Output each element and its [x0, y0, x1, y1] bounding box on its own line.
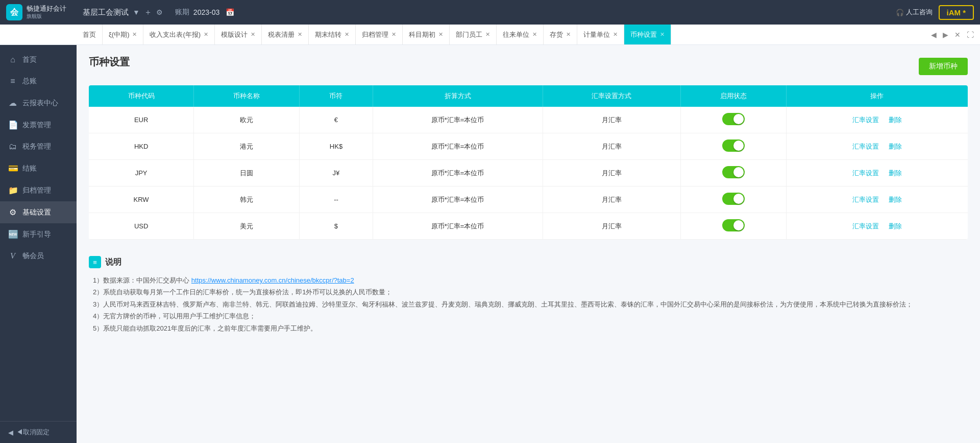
delete-link[interactable]: 删除: [889, 169, 902, 177]
cell-rate-type: 月汇率: [543, 160, 680, 186]
tab-prev-icon[interactable]: ◀: [929, 29, 939, 41]
guide-icon: 🆕: [8, 229, 17, 239]
cell-code: KRW: [89, 186, 194, 213]
tab-subject-close[interactable]: ✕: [438, 31, 443, 38]
cell-status[interactable]: [680, 133, 786, 160]
tab-subject[interactable]: 科目期初 ✕: [403, 25, 450, 45]
tab-annual[interactable]: 收入支出表(年报) ✕: [143, 25, 215, 45]
notes-icon: ≡: [89, 256, 101, 268]
tab-annual-label: 收入支出表(年报): [150, 30, 201, 39]
top-header: 会 畅捷通好会计 旗舰版 基层工会测试 ▼ ＋ ⚙ 账期 2023-03 📅 🎧…: [0, 0, 980, 25]
sidebar-item-ledger[interactable]: ≡ 总账: [0, 71, 77, 92]
cell-name: 韩元: [194, 186, 300, 213]
tab-archive[interactable]: 归档管理 ✕: [356, 25, 403, 45]
toggle-switch[interactable]: [722, 219, 745, 231]
cell-status[interactable]: [680, 186, 786, 213]
delete-link[interactable]: 删除: [889, 143, 902, 150]
sidebar-item-invoice[interactable]: 📄 发票管理: [0, 114, 77, 136]
toggle-switch[interactable]: [722, 193, 745, 205]
sidebar-item-member[interactable]: V 畅会员: [0, 245, 77, 267]
tab-home[interactable]: 首页: [77, 25, 103, 45]
tab-period-end[interactable]: 期末结转 ✕: [309, 25, 356, 45]
table-row: KRW 韩元 -- 原币*汇率=本位币 月汇率 汇率设置 删除: [89, 186, 968, 213]
table-row: USD 美元 $ 原币*汇率=本位币 月汇率 汇率设置 删除: [89, 213, 968, 240]
tab-dept[interactable]: 部门员工 ✕: [450, 25, 497, 45]
company-dropdown-icon[interactable]: ▼: [133, 8, 140, 16]
tab-mid[interactable]: ξ(中期) ✕: [103, 25, 143, 45]
delete-link[interactable]: 删除: [889, 116, 902, 124]
cell-name: 欧元: [194, 107, 300, 133]
cell-action: 汇率设置 删除: [786, 133, 968, 160]
toggle-switch[interactable]: [722, 166, 745, 178]
tab-dept-close[interactable]: ✕: [485, 31, 490, 38]
tab-nav-buttons: ◀ ▶ ✕ ⛶: [929, 29, 980, 41]
rate-settings-link[interactable]: 汇率设置: [852, 222, 879, 230]
tab-currency[interactable]: 币种设置 ✕: [624, 25, 671, 45]
cell-method: 原币*汇率=本位币: [373, 213, 543, 240]
cell-code: HKD: [89, 133, 194, 160]
table-row: HKD 港元 HK$ 原币*汇率=本位币 月汇率 汇率设置 删除: [89, 133, 968, 160]
tab-contact-close[interactable]: ✕: [532, 31, 537, 38]
tab-close-all-icon[interactable]: ✕: [952, 29, 963, 41]
cancel-fixed-icon: ◀: [8, 429, 13, 436]
col-rate-type: 汇率设置方式: [543, 85, 680, 107]
sidebar-item-guide[interactable]: 🆕 新手引导: [0, 223, 77, 245]
tab-inventory[interactable]: 存货 ✕: [544, 25, 577, 45]
sidebar-item-settle[interactable]: 💳 结账: [0, 157, 77, 179]
tab-unit[interactable]: 计量单位 ✕: [577, 25, 624, 45]
cell-status[interactable]: [680, 160, 786, 186]
cell-action: 汇率设置 删除: [786, 160, 968, 186]
service-button[interactable]: 🎧 人工咨询: [896, 8, 933, 17]
cell-status[interactable]: [680, 107, 786, 133]
page-title: 币种设置: [89, 55, 130, 69]
sidebar-guide-label: 新手引导: [22, 230, 51, 239]
tab-tax-close[interactable]: ✕: [298, 31, 302, 38]
tab-template-close[interactable]: ✕: [251, 31, 255, 38]
notes-link[interactable]: https://www.chinamoney.com.cn/chinese/bk…: [191, 276, 354, 284]
tab-tax[interactable]: 税表清册 ✕: [262, 25, 309, 45]
toggle-switch[interactable]: [722, 139, 745, 152]
iam-button[interactable]: iAM *: [939, 5, 974, 20]
tab-contact[interactable]: 往来单位 ✕: [497, 25, 544, 45]
sidebar-item-home[interactable]: ⌂ 首页: [0, 49, 77, 71]
rate-settings-link[interactable]: 汇率设置: [852, 196, 879, 203]
rate-settings-link[interactable]: 汇率设置: [852, 169, 879, 177]
cell-status[interactable]: [680, 213, 786, 240]
content-area: 币种设置 新增币种 币种代码 币种名称 币符 折算方式 汇率设置方式 启用状态 …: [77, 45, 980, 443]
tab-template[interactable]: 模版设计 ✕: [215, 25, 262, 45]
cell-code: JPY: [89, 160, 194, 186]
sidebar-item-archive[interactable]: 📁 归档管理: [0, 179, 77, 201]
toggle-switch[interactable]: [722, 113, 745, 125]
tab-inventory-close[interactable]: ✕: [566, 31, 571, 38]
tab-mid-close[interactable]: ✕: [132, 31, 137, 38]
calendar-icon[interactable]: 📅: [226, 8, 234, 16]
cell-symbol: €: [300, 107, 373, 133]
tab-fullscreen-icon[interactable]: ⛶: [965, 29, 976, 41]
tab-archive-close[interactable]: ✕: [391, 31, 396, 38]
sidebar-tax-label: 税务管理: [22, 142, 51, 151]
tab-annual-close[interactable]: ✕: [204, 31, 208, 38]
cell-method: 原币*汇率=本位币: [373, 133, 543, 160]
tab-currency-close[interactable]: ✕: [660, 31, 665, 38]
table-header-row: 币种代码 币种名称 币符 折算方式 汇率设置方式 启用状态 操作: [89, 85, 968, 107]
rate-settings-link[interactable]: 汇率设置: [852, 143, 879, 150]
sidebar-item-tax[interactable]: 🗂 税务管理: [0, 136, 77, 157]
tab-period-end-close[interactable]: ✕: [345, 31, 349, 38]
tab-unit-close[interactable]: ✕: [613, 31, 618, 38]
main-layout: ⌂ 首页 ≡ 总账 ☁ 云报表中心 📄 发票管理 🗂 税务管理 💳 结账 📁 归…: [0, 45, 980, 443]
cell-name: 美元: [194, 213, 300, 240]
add-company-icon[interactable]: ＋: [144, 7, 152, 18]
cell-method: 原币*汇率=本位币: [373, 160, 543, 186]
cancel-fixed-button[interactable]: ◀ ◀取消固定: [0, 422, 77, 443]
rate-settings-link[interactable]: 汇率设置: [852, 116, 879, 124]
delete-link[interactable]: 删除: [889, 222, 902, 230]
sidebar-item-base[interactable]: ⚙ 基础设置: [0, 201, 77, 223]
notes-title-text: 说明: [105, 257, 121, 268]
company-settings-icon[interactable]: ⚙: [156, 8, 163, 16]
cell-rate-type: 月汇率: [543, 186, 680, 213]
settle-icon: 💳: [8, 164, 17, 173]
sidebar-item-reports[interactable]: ☁ 云报表中心: [0, 92, 77, 114]
tab-next-icon[interactable]: ▶: [941, 29, 950, 41]
delete-link[interactable]: 删除: [889, 196, 902, 203]
new-currency-button[interactable]: 新增币种: [919, 58, 968, 75]
